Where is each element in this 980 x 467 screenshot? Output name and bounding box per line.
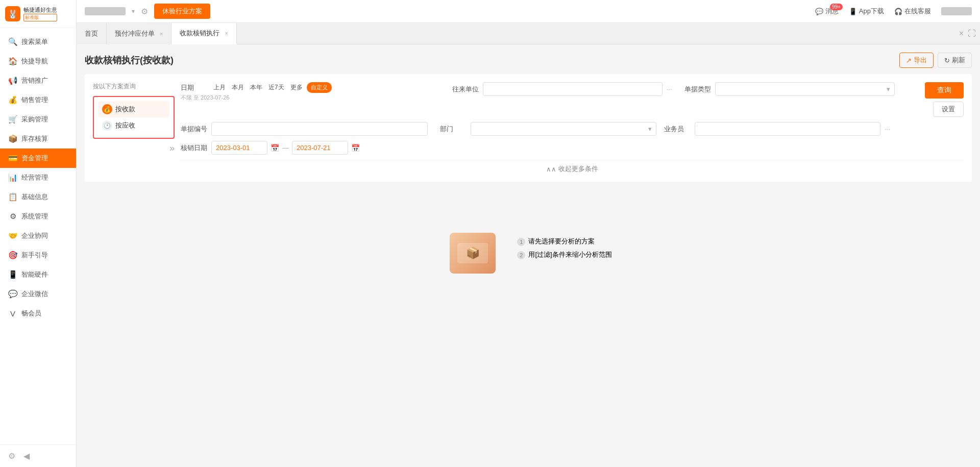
date-btn-more[interactable]: 更多 (288, 82, 305, 93)
management-icon: 📊 (8, 173, 17, 182)
counterpart-input[interactable] (483, 82, 663, 96)
sidebar-item-finance[interactable]: 💳资金管理 (0, 149, 76, 168)
counterpart-more-icon[interactable]: ··· (667, 85, 672, 93)
content-area: 收款核销执行(按收款) ↗ 导出 ↻ 刷新 按以下方案查询 💰 按收款 (77, 44, 980, 467)
topbar-right: 💬 消息 99+ 📱 App下载 🎧 在线客服 (815, 7, 972, 16)
date-btn-7days[interactable]: 近7天 (266, 82, 286, 93)
tabbar-expand-btn[interactable]: ⛶ (968, 29, 976, 38)
empty-box-face: 📦 (457, 243, 488, 263)
date-btn-this-year[interactable]: 本年 (248, 82, 264, 93)
sidebar-item-label-guide: 新手引导 (21, 251, 48, 260)
sidebar-nav: 🔍搜索菜单🏠快捷导航📢营销推广💰销售管理🛒采购管理📦库存核算💳资金管理📊经营管理… (0, 28, 76, 445)
topbar-gear-icon[interactable]: ⚙ (141, 7, 148, 16)
tabbar-close-btn[interactable]: × (959, 29, 964, 38)
user-avatar (941, 7, 972, 15)
sidebar-bottom: ⚙ ◀ (0, 445, 76, 467)
sidebar-item-sales[interactable]: 💰销售管理 (0, 90, 76, 110)
tab-receipt-close-icon[interactable]: × (225, 30, 228, 36)
refresh-icon: ↻ (944, 57, 950, 64)
query-btn[interactable]: 查询 (925, 82, 964, 99)
doc-type-select[interactable] (715, 82, 895, 96)
page-actions: ↗ 导出 ↻ 刷新 (899, 53, 972, 68)
department-select[interactable] (471, 122, 656, 136)
sidebar-item-basic[interactable]: 📋基础信息 (0, 187, 76, 207)
sidebar-item-label-quick: 快捷导航 (21, 57, 48, 66)
sidebar-item-label-inventory: 库存核算 (21, 134, 48, 143)
empty-instructions: 1 请先选择要分析的方案 2 用[过滤]条件来缩小分析范围 (517, 237, 611, 259)
sidebar-item-search[interactable]: 🔍搜索菜单 (0, 32, 76, 52)
hardware-icon: 📱 (8, 270, 17, 279)
date-btn-last-month[interactable]: 上月 (211, 82, 228, 93)
step1-num: 1 (517, 238, 525, 246)
collapse-more-icon: ∧∧ (546, 165, 556, 173)
sidebar-item-marketing[interactable]: 📢营销推广 (0, 71, 76, 90)
tab-prepay-label: 预付冲应付单 (115, 29, 155, 38)
tab-home-label: 首页 (85, 29, 98, 38)
tab-receipt-label: 收款核销执行 (180, 29, 219, 38)
sidebar-item-management[interactable]: 📊经营管理 (0, 168, 76, 187)
settings-btn[interactable]: 设置 (933, 102, 964, 117)
filter-row2: 单据编号 部门 ▾ 业务员 ··· (181, 122, 964, 136)
verify-date-start-cal-icon[interactable]: 📅 (271, 144, 279, 152)
topbar-brand (85, 7, 126, 15)
refresh-btn[interactable]: ↻ 刷新 (938, 53, 972, 68)
empty-box-body: 📦 (450, 233, 496, 274)
basic-icon: 📋 (8, 192, 17, 202)
verify-date-end-cal-icon[interactable]: 📅 (351, 144, 360, 152)
by-receipt-label: 按收款 (115, 105, 135, 114)
filter-panel: 按以下方案查询 💰 按收款 🕐 按应收 » (85, 74, 972, 182)
export-btn[interactable]: ↗ 导出 (899, 53, 934, 68)
salesperson-label: 业务员 (664, 125, 691, 134)
online-service-btn[interactable]: 🎧 在线客服 (894, 7, 931, 16)
topbar-chevron-icon[interactable]: ▾ (132, 8, 135, 15)
sidebar-item-purchase[interactable]: 🛒采购管理 (0, 110, 76, 129)
sidebar-item-guide[interactable]: 🎯新手引导 (0, 245, 76, 265)
tab-prepay[interactable]: 预付冲应付单 × (107, 23, 172, 44)
filter-option-by-receipt[interactable]: 💰 按收款 (98, 101, 169, 117)
sidebar-item-inventory[interactable]: 📦库存核算 (0, 129, 76, 149)
salesperson-input[interactable] (695, 122, 880, 136)
salesperson-more-icon[interactable]: ··· (885, 125, 890, 133)
date-range-sub: 不限 至 2023-07-26 (181, 94, 440, 102)
filter-row3: 核销日期 📅 — 📅 (181, 141, 964, 155)
salesperson-row: 业务员 ··· (664, 122, 890, 136)
verify-date-start-input[interactable] (211, 141, 267, 155)
tab-receipt[interactable]: 收款核销执行 × (172, 23, 236, 44)
filter-row1: 日期 上月 本月 本年 近7天 更多 自定义 不限 至 2023-07-26 (181, 82, 964, 117)
sidebar-item-vip[interactable]: V畅会员 (0, 304, 76, 323)
date-separator: — (282, 144, 289, 152)
industry-btn[interactable]: 休验行业方案 (154, 4, 210, 19)
sidebar-item-label-search: 搜索菜单 (21, 37, 48, 46)
sidebar-item-label-sales: 销售管理 (21, 95, 48, 105)
service-label: 在线客服 (904, 7, 931, 16)
app-icon: 📱 (849, 8, 857, 15)
verify-date-end-input[interactable] (292, 141, 348, 155)
sidebar-item-wechat[interactable]: 💬企业微信 (0, 284, 76, 304)
logo-text-group: 畅捷通好生意 标准版 (23, 6, 57, 21)
sidebar-item-hardware[interactable]: 📱智能硬件 (0, 265, 76, 284)
sidebar-item-system[interactable]: ⚙系统管理 (0, 207, 76, 226)
date-row: 日期 上月 本月 本年 近7天 更多 自定义 (181, 82, 440, 93)
filter-option-by-receivable[interactable]: 🕐 按应收 (98, 117, 169, 134)
filter-collapse-btn[interactable]: » (93, 143, 175, 154)
empty-face-emoji: 📦 (466, 247, 480, 260)
department-label: 部门 (440, 125, 467, 134)
date-btn-this-month[interactable]: 本月 (230, 82, 246, 93)
doc-num-row: 单据编号 (181, 122, 428, 136)
filter-form-area: 日期 上月 本月 本年 近7天 更多 自定义 不限 至 2023-07-26 (181, 82, 964, 174)
tabbar-actions: × ⛶ (959, 29, 980, 38)
app-download-btn[interactable]: 📱 App下载 (849, 7, 884, 16)
filter-sidebar-title: 按以下方案查询 (93, 82, 175, 91)
tab-prepay-close-icon[interactable]: × (160, 31, 163, 37)
settings-icon[interactable]: ⚙ (8, 451, 15, 461)
doc-type-label: 单据类型 (684, 85, 711, 94)
date-btn-custom[interactable]: 自定义 (307, 82, 332, 93)
collapse-more-btn[interactable]: ∧∧ 收起更多条件 (181, 160, 964, 174)
collapse-sidebar-icon[interactable]: ◀ (23, 451, 30, 461)
tab-home[interactable]: 首页 (77, 23, 107, 44)
message-btn[interactable]: 💬 消息 99+ (815, 7, 839, 16)
sidebar-item-enterprise[interactable]: 🤝企业协同 (0, 226, 76, 245)
export-icon: ↗ (906, 57, 912, 64)
sidebar-item-quick[interactable]: 🏠快捷导航 (0, 52, 76, 71)
doc-num-input[interactable] (211, 122, 428, 136)
